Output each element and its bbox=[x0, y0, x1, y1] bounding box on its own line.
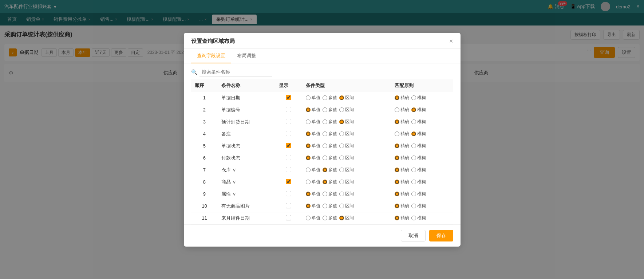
radio-match-模糊[interactable]: 模糊 bbox=[411, 155, 426, 161]
radio-type-区间[interactable]: 区间 bbox=[339, 95, 354, 101]
radio-type-多值[interactable]: 多值 bbox=[323, 203, 337, 209]
radio-type-区间[interactable]: 区间 bbox=[339, 143, 354, 149]
radio-type-多值[interactable]: 多值 bbox=[323, 155, 337, 161]
radio-type-单值[interactable]: 单值 bbox=[306, 167, 320, 173]
radio-type-多值[interactable]: 多值 bbox=[323, 215, 337, 221]
radio-match-模糊[interactable]: 模糊 bbox=[411, 203, 426, 209]
radio-match-精确[interactable]: 精确 bbox=[395, 119, 409, 125]
cell-order: 8 bbox=[191, 176, 218, 188]
th-type: 条件类型 bbox=[302, 79, 391, 92]
radio-match-精确[interactable]: 精确 bbox=[395, 203, 409, 209]
radio-type-单值[interactable]: 单值 bbox=[306, 131, 320, 137]
cancel-btn[interactable]: 取消 bbox=[401, 230, 426, 241]
cell-type: 单值多值区间 bbox=[302, 128, 391, 140]
show-checkbox[interactable] bbox=[286, 167, 291, 172]
cell-show bbox=[275, 200, 302, 212]
show-checkbox[interactable] bbox=[286, 179, 291, 184]
radio-match-模糊[interactable]: 模糊 bbox=[411, 167, 426, 173]
dialog-footer: 取消 保存 bbox=[184, 224, 461, 247]
radio-type-多值[interactable]: 多值 bbox=[323, 179, 337, 185]
cell-match: 精确模糊 bbox=[391, 128, 453, 140]
table-row: 7仓库 ∨单值多值区间精确模糊 bbox=[191, 164, 453, 176]
radio-match-模糊[interactable]: 模糊 bbox=[411, 95, 426, 101]
search-input[interactable] bbox=[199, 68, 272, 76]
radio-type-多值[interactable]: 多值 bbox=[323, 143, 337, 149]
radio-match-模糊[interactable]: 模糊 bbox=[411, 119, 426, 125]
radio-type-多值[interactable]: 多值 bbox=[323, 119, 337, 125]
radio-match-精确[interactable]: 精确 bbox=[395, 107, 409, 113]
cell-type: 单值多值区间 bbox=[302, 176, 391, 188]
cell-type: 单值多值区间 bbox=[302, 140, 391, 152]
cell-type: 单值多值区间 bbox=[302, 116, 391, 128]
radio-match-模糊[interactable]: 模糊 bbox=[411, 143, 426, 149]
radio-match-精确[interactable]: 精确 bbox=[395, 155, 409, 161]
radio-type-单值[interactable]: 单值 bbox=[306, 119, 320, 125]
show-checkbox[interactable] bbox=[286, 215, 291, 220]
radio-type-单值[interactable]: 单值 bbox=[306, 203, 320, 209]
cell-name: 来月结件日期 bbox=[218, 212, 275, 224]
radio-match-精确[interactable]: 精确 bbox=[395, 167, 409, 173]
cell-name: 单据状态 bbox=[218, 140, 275, 152]
cell-order: 11 bbox=[191, 212, 218, 224]
save-btn[interactable]: 保存 bbox=[429, 230, 453, 241]
dialog-close-btn[interactable]: × bbox=[449, 38, 453, 44]
cell-match: 精确模糊 bbox=[391, 176, 453, 188]
table-row: 5单据状态单值多值区间精确模糊 bbox=[191, 140, 453, 152]
radio-match-模糊[interactable]: 模糊 bbox=[411, 131, 426, 137]
radio-type-单值[interactable]: 单值 bbox=[306, 95, 320, 101]
radio-match-精确[interactable]: 精确 bbox=[395, 143, 409, 149]
radio-match-模糊[interactable]: 模糊 bbox=[411, 179, 426, 185]
show-checkbox[interactable] bbox=[286, 107, 291, 112]
radio-match-模糊[interactable]: 模糊 bbox=[411, 191, 426, 197]
radio-match-精确[interactable]: 精确 bbox=[395, 215, 409, 221]
radio-type-区间[interactable]: 区间 bbox=[339, 131, 354, 137]
dialog-tab-layout[interactable]: 布局调整 bbox=[231, 49, 262, 63]
radio-type-单值[interactable]: 单值 bbox=[306, 179, 320, 185]
radio-type-多值[interactable]: 多值 bbox=[323, 95, 337, 101]
search-icon: 🔍 bbox=[191, 69, 197, 75]
radio-type-单值[interactable]: 单值 bbox=[306, 155, 320, 161]
radio-type-多值[interactable]: 多值 bbox=[323, 107, 337, 113]
cell-order: 7 bbox=[191, 164, 218, 176]
radio-type-单值[interactable]: 单值 bbox=[306, 215, 320, 221]
cell-show bbox=[275, 176, 302, 188]
cell-type: 单值多值区间 bbox=[302, 92, 391, 104]
cell-order: 9 bbox=[191, 188, 218, 200]
show-checkbox[interactable] bbox=[286, 95, 291, 100]
show-checkbox[interactable] bbox=[286, 155, 291, 160]
radio-type-区间[interactable]: 区间 bbox=[339, 215, 354, 221]
th-name: 条件名称 bbox=[218, 79, 275, 92]
show-checkbox[interactable] bbox=[286, 191, 291, 196]
radio-type-区间[interactable]: 区间 bbox=[339, 119, 354, 125]
radio-match-模糊[interactable]: 模糊 bbox=[411, 215, 426, 221]
radio-type-区间[interactable]: 区间 bbox=[339, 179, 354, 185]
radio-match-精确[interactable]: 精确 bbox=[395, 95, 409, 101]
show-checkbox[interactable] bbox=[286, 119, 291, 124]
cell-name: 属性 ∨ bbox=[218, 188, 275, 200]
cell-order: 10 bbox=[191, 200, 218, 212]
radio-type-多值[interactable]: 多值 bbox=[323, 191, 337, 197]
show-checkbox[interactable] bbox=[286, 131, 291, 136]
cell-name: 有无商品图片 bbox=[218, 200, 275, 212]
cell-name: 付款状态 bbox=[218, 152, 275, 164]
radio-type-单值[interactable]: 单值 bbox=[306, 107, 320, 113]
radio-match-精确[interactable]: 精确 bbox=[395, 179, 409, 185]
cell-order: 3 bbox=[191, 116, 218, 128]
radio-type-区间[interactable]: 区间 bbox=[339, 155, 354, 161]
radio-match-精确[interactable]: 精确 bbox=[395, 131, 409, 137]
cell-show bbox=[275, 188, 302, 200]
radio-type-多值[interactable]: 多值 bbox=[323, 131, 337, 137]
dialog-tab-query-fields[interactable]: 查询字段设置 bbox=[191, 49, 231, 63]
radio-type-多值[interactable]: 多值 bbox=[323, 167, 337, 173]
radio-type-单值[interactable]: 单值 bbox=[306, 143, 320, 149]
radio-type-区间[interactable]: 区间 bbox=[339, 167, 354, 173]
radio-match-模糊[interactable]: 模糊 bbox=[411, 107, 426, 113]
radio-type-单值[interactable]: 单值 bbox=[306, 191, 320, 197]
cell-name: 商品 ∨ bbox=[218, 176, 275, 188]
show-checkbox[interactable] bbox=[286, 203, 291, 208]
radio-match-精确[interactable]: 精确 bbox=[395, 191, 409, 197]
radio-type-区间[interactable]: 区间 bbox=[339, 191, 354, 197]
radio-type-区间[interactable]: 区间 bbox=[339, 107, 354, 113]
show-checkbox[interactable] bbox=[286, 143, 291, 148]
radio-type-区间[interactable]: 区间 bbox=[339, 203, 354, 209]
